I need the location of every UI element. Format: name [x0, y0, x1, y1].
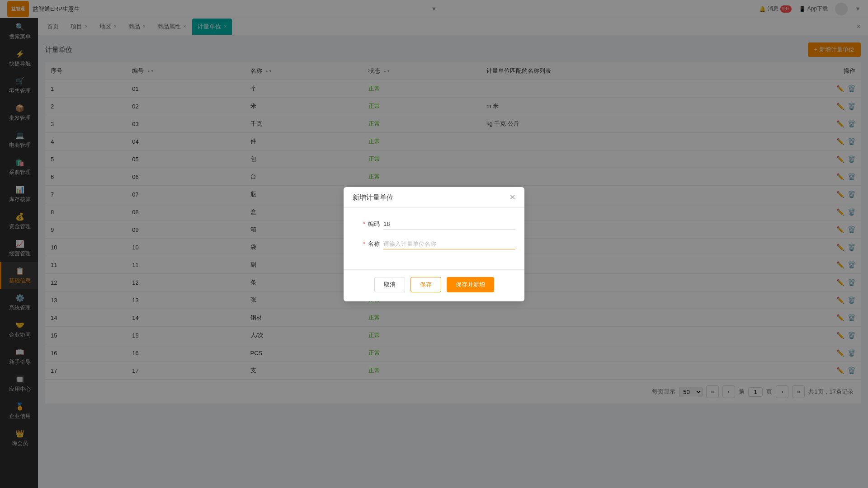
- code-form-row: * 编码: [353, 219, 515, 230]
- name-form-row: * 名称: [353, 239, 515, 249]
- save-and-new-button[interactable]: 保存并新增: [447, 277, 494, 292]
- modal-header: 新增计量单位 ✕: [344, 187, 524, 208]
- modal-title: 新增计量单位: [353, 193, 393, 202]
- modal-close-button[interactable]: ✕: [509, 194, 515, 201]
- code-required: *: [363, 221, 365, 227]
- modal-overlay: 新增计量单位 ✕ * 编码 * 名称 取消 保存 保存并新增: [0, 0, 868, 488]
- add-unit-modal: 新增计量单位 ✕ * 编码 * 名称 取消 保存 保存并新增: [344, 187, 524, 301]
- code-label: * 编码: [353, 220, 380, 228]
- cancel-button[interactable]: 取消: [374, 277, 405, 292]
- modal-body: * 编码 * 名称: [344, 208, 524, 269]
- name-required: *: [363, 240, 365, 247]
- name-input[interactable]: [383, 239, 515, 249]
- modal-footer: 取消 保存 保存并新增: [344, 269, 524, 301]
- name-label: * 名称: [353, 240, 380, 248]
- save-button[interactable]: 保存: [410, 277, 441, 292]
- code-input[interactable]: [383, 219, 515, 230]
